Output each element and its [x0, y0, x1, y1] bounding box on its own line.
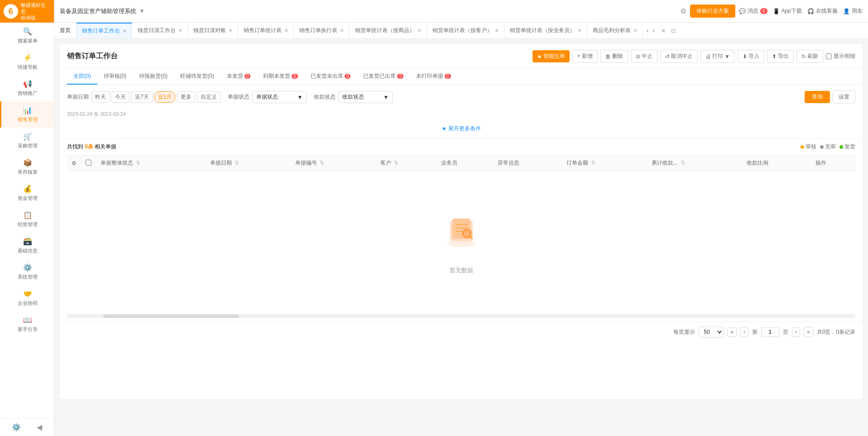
- tab-sales-stat-close[interactable]: ✕: [284, 28, 288, 33]
- tab-cash-goods-close[interactable]: ✕: [229, 28, 232, 33]
- sub-tab-shipped-not-out[interactable]: 已发货未出库 0: [304, 69, 357, 85]
- sub-tab-shipped-out[interactable]: 已发货已出库 0: [357, 69, 410, 85]
- date-btn-yesterday[interactable]: 昨天: [91, 91, 110, 103]
- tab-goods-margin-close[interactable]: ✕: [633, 28, 637, 33]
- tab-goods-margin[interactable]: 商品毛利分析表 ✕: [587, 23, 643, 39]
- tab-cash-goods[interactable]: 钱货日清对账 ✕: [188, 23, 238, 39]
- sidebar-item-basic[interactable]: 🗃️ 基础信息: [0, 232, 54, 259]
- next-page-btn[interactable]: ›: [792, 327, 800, 337]
- select-all-checkbox[interactable]: [86, 160, 91, 166]
- sub-tab-pending-check[interactable]: 待拣验货(0): [133, 69, 174, 85]
- sub-tab-overdue-ship[interactable]: 到期未发货 0: [257, 69, 304, 85]
- tab-cash-daily-close[interactable]: ✕: [178, 28, 182, 33]
- page-input[interactable]: [761, 327, 779, 337]
- user-icon: 👤: [843, 8, 850, 14]
- th-settings[interactable]: ⚙: [67, 156, 81, 171]
- sidebar-item-marketing[interactable]: 📢 营销推广: [0, 75, 54, 101]
- op-ship-btn[interactable]: 发货: [839, 143, 855, 151]
- sidebar-item-guide[interactable]: 📖 新手引导: [0, 311, 54, 337]
- sidebar-item-purchase[interactable]: 🛒 采购管理: [0, 128, 54, 154]
- import-btn[interactable]: ⬇ 导入: [738, 50, 764, 63]
- date-btn-custom[interactable]: 自定义: [197, 91, 221, 103]
- tab-goods-stat-staff[interactable]: 销货单统计表（按业务员） ✕: [504, 23, 587, 39]
- prev-page-btn[interactable]: ‹: [740, 327, 748, 337]
- sidebar-item-finance[interactable]: 💰 资金管理: [0, 180, 54, 206]
- sidebar-item-sales[interactable]: 📊 销售管理: [0, 101, 54, 128]
- sub-tab-shop-ship[interactable]: 旺铺待发货(0): [174, 69, 221, 85]
- tab-sales-exec[interactable]: 销售订单执行表 ✕: [294, 23, 350, 39]
- tab-prev-arrow[interactable]: ‹: [645, 27, 650, 35]
- tab-next-arrow[interactable]: ›: [651, 27, 657, 35]
- sub-tab-not-printed[interactable]: 未打印单据 0: [410, 69, 457, 85]
- tab-goods-stat-product-close[interactable]: ✕: [417, 28, 421, 33]
- status-select[interactable]: 单据状态 ▼: [252, 91, 307, 103]
- op-cancel-btn[interactable]: 充审: [820, 143, 836, 151]
- system-title-arrow[interactable]: ▼: [139, 8, 145, 14]
- tab-sales-exec-close[interactable]: ✕: [340, 28, 344, 33]
- tab-goods-stat-staff-close[interactable]: ✕: [578, 28, 581, 33]
- collapse-icon[interactable]: ◀: [37, 423, 42, 431]
- app-download-action[interactable]: 📱 App下载: [773, 7, 802, 15]
- sort-amount-icon[interactable]: ⇅: [591, 160, 595, 166]
- tab-goods-stat-customer[interactable]: 销货单统计表（按客户） ✕: [427, 23, 504, 39]
- sub-tab-pending-audit[interactable]: 待审核(0): [97, 69, 133, 85]
- tab-maximize[interactable]: ⊡: [668, 27, 678, 35]
- industry-btn[interactable]: 体验行业方案: [690, 5, 735, 18]
- sidebar-item-label: 销售管理: [18, 116, 38, 123]
- scroll-thumb[interactable]: [103, 314, 239, 318]
- th-amount: 订单金额 ⇅: [562, 156, 647, 171]
- sort-collected-icon[interactable]: ⇅: [681, 160, 685, 166]
- show-detail-checkbox[interactable]: 显示明细: [826, 52, 855, 60]
- date-btn-7days[interactable]: 近7天: [131, 91, 153, 103]
- user-action[interactable]: 👤 用友: [843, 7, 863, 15]
- add-btn[interactable]: + 新增: [572, 50, 598, 63]
- tab-close-all[interactable]: ✕: [658, 27, 668, 35]
- tab-cash-daily[interactable]: 钱货日清工作台 ✕: [132, 23, 188, 39]
- tab-goods-stat-product[interactable]: 销货单统计表（按商品） ✕: [350, 23, 427, 39]
- tab-sales-order-close[interactable]: ✕: [123, 28, 126, 33]
- sub-tab-all[interactable]: 全部(0): [67, 69, 97, 85]
- export-btn[interactable]: ⬆ 导出: [767, 50, 794, 63]
- message-action[interactable]: 💬 消息 6: [739, 7, 767, 15]
- sidebar-item-system[interactable]: ⚙️ 系统管理: [0, 259, 54, 285]
- page-size-select[interactable]: 50 100 200: [699, 327, 724, 337]
- sub-tab-not-shipped[interactable]: 未发货 0: [221, 69, 257, 85]
- query-btn[interactable]: 查询: [805, 91, 830, 103]
- date-btn-1month[interactable]: 近1月: [154, 91, 176, 103]
- last-page-btn[interactable]: »: [804, 327, 813, 337]
- sidebar-item-inventory[interactable]: 📦 库存核算: [0, 154, 54, 180]
- ship-dot: [839, 145, 843, 149]
- shipped-not-out-badge: 0: [345, 74, 351, 79]
- expand-filter-btn[interactable]: ▼ 展开更多条件: [441, 125, 481, 133]
- op-audit-btn[interactable]: 审核: [801, 143, 816, 151]
- date-btn-today[interactable]: 今天: [111, 91, 129, 103]
- cancel-stop-btn[interactable]: ↺ 取消中止: [660, 50, 698, 63]
- tab-sales-stat[interactable]: 销售订单统计表 ✕: [238, 23, 294, 39]
- stop-btn[interactable]: ⊘ 中止: [631, 50, 657, 63]
- tab-home[interactable]: 首页: [54, 23, 77, 39]
- sort-number-icon[interactable]: ⇅: [320, 160, 324, 166]
- sidebar-item-operation[interactable]: 📋 经营管理: [0, 206, 54, 232]
- sort-date-icon[interactable]: ⇅: [235, 160, 239, 166]
- sidebar-item-cooperation[interactable]: 🤝 企业协同: [0, 285, 54, 311]
- header-settings-icon[interactable]: ⚙: [680, 7, 686, 15]
- refresh-btn[interactable]: ↻ 刷新: [796, 50, 823, 63]
- online-service-action[interactable]: 🎧 在线客服: [807, 7, 838, 15]
- sidebar-item-search[interactable]: 🔍 搜索菜单: [0, 23, 54, 49]
- date-btn-more[interactable]: 更多: [177, 91, 195, 103]
- print-btn[interactable]: 🖨 打印 ▼: [700, 50, 735, 63]
- payment-select[interactable]: 收款状态 ▼: [338, 91, 393, 103]
- scroll-bar[interactable]: [67, 314, 855, 318]
- settings-bottom-icon[interactable]: ⚙️: [12, 423, 21, 431]
- sidebar-item-quick-nav[interactable]: ⚡ 快捷导航: [0, 49, 54, 75]
- th-checkbox[interactable]: [81, 156, 96, 171]
- smart-generate-btn[interactable]: ★ 智能生单: [532, 50, 570, 62]
- filter-settings-btn[interactable]: 设置: [833, 90, 855, 104]
- sort-status-icon[interactable]: ⇅: [136, 160, 140, 166]
- tab-goods-stat-customer-close[interactable]: ✕: [495, 28, 499, 33]
- delete-btn[interactable]: 🗑 删除: [600, 50, 628, 63]
- sort-customer-icon[interactable]: ⇅: [394, 160, 398, 166]
- show-detail-input[interactable]: [826, 53, 832, 59]
- first-page-btn[interactable]: «: [727, 327, 737, 337]
- tab-sales-order[interactable]: 销售订单工作台 ✕: [77, 23, 132, 39]
